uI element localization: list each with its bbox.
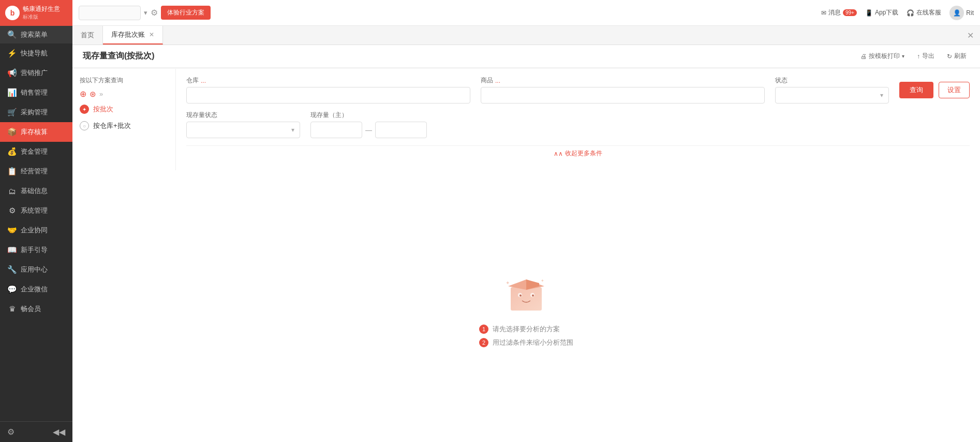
export-action-btn[interactable]: ↑ 导出 bbox=[914, 50, 938, 62]
sidebar-footer: ⚙ ◀◀ bbox=[0, 421, 72, 442]
clipboard-icon: 📋 bbox=[7, 167, 17, 176]
experience-button[interactable]: 体验行业方案 bbox=[161, 6, 211, 20]
sidebar-item-membership[interactable]: ♛ 畅会员 bbox=[0, 299, 72, 319]
tip-num-2: 2 bbox=[479, 338, 488, 347]
scheme-collapse-icon[interactable]: » bbox=[99, 90, 103, 98]
sidebar-item-operation[interactable]: 📋 经营管理 bbox=[0, 161, 72, 181]
sidebar-item-label: 采购管理 bbox=[21, 108, 48, 117]
status-select[interactable]: ▾ bbox=[775, 87, 889, 104]
inventory-qty-max[interactable] bbox=[375, 122, 427, 138]
refresh-action-btn[interactable]: ↻ 刷新 bbox=[944, 50, 970, 62]
svg-point-6 bbox=[532, 294, 534, 297]
sidebar-item-sales[interactable]: 📊 销售管理 bbox=[0, 83, 72, 102]
tip-num-1: 1 bbox=[479, 325, 488, 334]
topbar-gear-icon[interactable]: ⚙ bbox=[151, 8, 158, 18]
app-download-label: App下载 bbox=[875, 8, 898, 17]
sidebar-item-app-center[interactable]: 🔧 应用中心 bbox=[0, 260, 72, 279]
filter-field-warehouse: 仓库 ... bbox=[186, 76, 470, 104]
empty-illustration: ✦ ✦ bbox=[500, 267, 552, 318]
filter-actions: 查询 设置 bbox=[899, 82, 970, 98]
scheme-item-batch[interactable]: ✦ 按批次 bbox=[72, 101, 175, 117]
svg-point-5 bbox=[519, 294, 522, 297]
message-badge: 99+ bbox=[843, 9, 857, 16]
megaphone-icon: 📢 bbox=[7, 68, 17, 78]
sidebar-item-label: 营销推广 bbox=[21, 68, 48, 78]
collapse-more-btn[interactable]: ∧∧ 收起更多条件 bbox=[186, 145, 970, 163]
settings-icon[interactable]: ⚙ bbox=[7, 427, 14, 437]
app-download-action[interactable]: 📱 App下载 bbox=[865, 8, 898, 17]
sidebar-item-basic-info[interactable]: 🗂 基础信息 bbox=[0, 181, 72, 201]
user-menu[interactable]: 👤 Rit bbox=[949, 6, 974, 20]
message-label: 消息 bbox=[828, 8, 841, 17]
tab-close-all-icon[interactable]: ✕ bbox=[967, 31, 974, 40]
filter-area: 按以下方案查询 ⊕ ⊛ » ✦ 按批次 ○ 按仓库+批次 bbox=[72, 69, 980, 170]
tab-close-icon[interactable]: ✕ bbox=[149, 31, 154, 38]
warehouse-more-icon[interactable]: ... bbox=[201, 77, 206, 84]
product-input[interactable] bbox=[481, 87, 765, 104]
scheme-item-label: 按批次 bbox=[93, 105, 113, 114]
online-service-action[interactable]: 🎧 在线客服 bbox=[907, 8, 941, 17]
sidebar-nav: 🔍 搜索菜单 ⚡ 快捷导航 📢 营销推广 📊 销售管理 🛒 采购管理 📦 库存核… bbox=[0, 26, 72, 421]
sidebar-item-purchase[interactable]: 🛒 采购管理 bbox=[0, 102, 72, 122]
scheme-add-icon[interactable]: ⊕ bbox=[80, 89, 86, 99]
empty-tip-1: 1 请先选择要分析的方案 bbox=[479, 325, 573, 334]
print-label: 按模板打印 bbox=[869, 52, 900, 61]
sidebar-item-system[interactable]: ⚙ 系统管理 bbox=[0, 201, 72, 220]
inventory-qty-min[interactable] bbox=[310, 122, 362, 138]
sidebar-item-guide[interactable]: 📖 新手引导 bbox=[0, 240, 72, 260]
filter-field-product: 商品 ... bbox=[481, 76, 765, 104]
collapse-sidebar-icon[interactable]: ◀◀ bbox=[53, 427, 65, 437]
tab-inventory-batch[interactable]: 库存批次账 ✕ bbox=[103, 26, 163, 45]
setting-button[interactable]: 设置 bbox=[939, 82, 970, 98]
sidebar-item-label: 畅会员 bbox=[21, 304, 41, 314]
company-info: 畅康通好生意 标准版 bbox=[23, 5, 60, 21]
warehouse-input[interactable] bbox=[186, 87, 470, 104]
export-label: 导出 bbox=[922, 52, 934, 61]
sidebar-item-label: 企业协同 bbox=[21, 226, 48, 235]
scheme-header: 按以下方案查询 bbox=[72, 74, 175, 89]
page-header: 现存量查询(按批次) 🖨 按模板打印 ▾ ↑ 导出 ↻ 刷新 bbox=[72, 45, 980, 68]
search-icon: 🔍 bbox=[7, 30, 17, 39]
query-button[interactable]: 查询 bbox=[899, 82, 933, 98]
message-action[interactable]: ✉ 消息 99+ bbox=[821, 8, 857, 17]
filter-field-inventory-status: 现存量状态 ▾ bbox=[186, 111, 300, 138]
sidebar-item-label: 企业微信 bbox=[21, 285, 48, 294]
sidebar-item-quick-nav[interactable]: ⚡ 快捷导航 bbox=[0, 43, 72, 63]
tip-text-1: 请先选择要分析的方案 bbox=[493, 325, 560, 334]
crown-icon: ♛ bbox=[7, 304, 17, 314]
app-edition: 标准版 bbox=[23, 13, 60, 21]
sidebar-item-wechat[interactable]: 💬 企业微信 bbox=[0, 279, 72, 299]
book-icon: 📖 bbox=[7, 245, 17, 255]
search-input[interactable] bbox=[79, 6, 141, 20]
sidebar-item-label: 系统管理 bbox=[21, 206, 48, 215]
topbar-left: ▾ ⚙ 体验行业方案 bbox=[79, 6, 816, 20]
svg-text:✦: ✦ bbox=[506, 280, 510, 286]
scheme-item-warehouse-batch[interactable]: ○ 按仓库+批次 bbox=[72, 117, 175, 134]
product-more-icon[interactable]: ... bbox=[495, 77, 500, 84]
sidebar-item-label: 搜索菜单 bbox=[21, 30, 48, 39]
status-label: 状态 bbox=[775, 76, 788, 85]
headset-icon: 🎧 bbox=[907, 9, 914, 17]
sidebar-item-marketing[interactable]: 📢 营销推广 bbox=[0, 63, 72, 83]
message-icon: ✉ bbox=[821, 9, 826, 17]
inventory-status-select[interactable]: ▾ bbox=[186, 122, 300, 138]
collapse-up-icon: ∧∧ bbox=[554, 150, 563, 157]
tab-home[interactable]: 首页 bbox=[72, 26, 103, 45]
sidebar-item-inventory[interactable]: 📦 库存核算 bbox=[0, 122, 72, 142]
sidebar-item-search[interactable]: 🔍 搜索菜单 bbox=[0, 26, 72, 43]
filter-field-status: 状态 ▾ bbox=[775, 76, 889, 104]
sidebar-item-label: 新手引导 bbox=[21, 245, 48, 255]
gear-icon: ⚙ bbox=[7, 206, 17, 215]
sidebar-item-enterprise[interactable]: 🤝 企业协同 bbox=[0, 220, 72, 240]
sidebar-item-label: 库存核算 bbox=[21, 127, 48, 137]
dropdown-arrow-icon[interactable]: ▾ bbox=[144, 9, 147, 17]
online-service-label: 在线客服 bbox=[916, 8, 941, 17]
phone-icon: 📱 bbox=[865, 9, 873, 17]
sidebar-item-label: 资金管理 bbox=[21, 147, 48, 156]
inventory-qty-label: 现存量（主） bbox=[310, 111, 348, 120]
topbar-right: ✉ 消息 99+ 📱 App下载 🎧 在线客服 👤 Rit bbox=[821, 6, 974, 20]
sidebar-item-finance[interactable]: 💰 资金管理 bbox=[0, 142, 72, 161]
scheme-config-icon[interactable]: ⊛ bbox=[90, 90, 96, 99]
print-action-btn[interactable]: 🖨 按模板打印 ▾ bbox=[857, 50, 908, 62]
filter-row-1: 仓库 ... 商品 ... bbox=[186, 76, 970, 104]
